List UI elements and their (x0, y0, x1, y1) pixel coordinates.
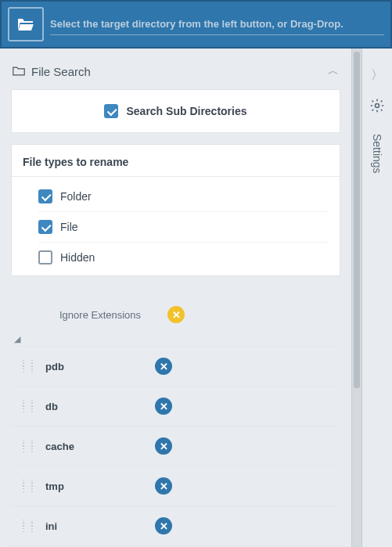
file-type-row: Folder (38, 182, 329, 212)
top-bar: Select the target directory from the lef… (0, 0, 392, 49)
file-types-card: File types to rename Folder File Hidden (11, 144, 340, 276)
drag-handle-icon[interactable]: ⋮⋮⋮⋮⋮⋮ (11, 362, 45, 371)
left-pane: File Search ︿ Search Sub Directories Fil… (0, 49, 351, 547)
extension-row: ⋮⋮⋮⋮⋮⋮db✕ (11, 386, 340, 426)
file-type-row: Hidden (38, 243, 329, 272)
remove-extension-button[interactable]: ✕ (155, 477, 172, 495)
file-type-label: Folder (60, 190, 92, 203)
search-sub-card: Search Sub Directories (11, 89, 340, 133)
file-checkbox[interactable] (38, 220, 52, 234)
extension-row: ⋮⋮⋮⋮⋮⋮pdb✕ (11, 346, 340, 386)
choose-directory-button[interactable] (8, 7, 44, 41)
extension-row: ⋮⋮⋮⋮⋮⋮tmp✕ (11, 466, 340, 506)
file-type-label: File (60, 221, 78, 233)
extension-name: cache (45, 441, 155, 452)
remove-extension-button[interactable]: ✕ (155, 398, 172, 415)
ignore-extensions-row: Ignore Extensions ✕ (11, 292, 340, 337)
search-sub-checkbox[interactable] (104, 104, 118, 118)
file-type-label: Hidden (60, 251, 95, 264)
settings-label[interactable]: Settings (371, 134, 383, 174)
section-title: File Search (31, 65, 91, 78)
gear-icon[interactable] (369, 98, 385, 117)
extension-name: db (45, 401, 155, 412)
clear-extensions-button[interactable]: ✕ (167, 306, 185, 323)
search-sub-label: Search Sub Directories (126, 105, 246, 117)
scrollbar[interactable] (351, 49, 362, 547)
main-area: File Search ︿ Search Sub Directories Fil… (0, 49, 392, 547)
hidden-checkbox[interactable] (38, 250, 52, 265)
extensions-list: ⋮⋮⋮⋮⋮⋮pdb✕⋮⋮⋮⋮⋮⋮db✕⋮⋮⋮⋮⋮⋮cache✕⋮⋮⋮⋮⋮⋮tmp… (11, 346, 340, 547)
sort-indicator-icon: ◢ (11, 334, 340, 344)
extension-name: pdb (45, 361, 155, 372)
extension-row: ⋮⋮⋮⋮⋮⋮ini✕ (11, 506, 340, 545)
remove-extension-button[interactable]: ✕ (155, 358, 172, 375)
folder-open-icon (16, 16, 35, 32)
folder-icon (13, 66, 25, 77)
drag-handle-icon[interactable]: ⋮⋮⋮⋮⋮⋮ (11, 481, 45, 491)
remove-extension-button[interactable]: ✕ (155, 517, 172, 534)
ignore-extensions-label: Ignore Extensions (59, 309, 141, 321)
file-types-title: File types to rename (12, 145, 340, 177)
file-types-body: Folder File Hidden (12, 177, 340, 275)
extension-row: ⋮⋮⋮⋮⋮⋮cache✕ (11, 426, 340, 466)
folder-checkbox[interactable] (38, 189, 52, 203)
scrollbar-thumb[interactable] (354, 52, 360, 388)
drag-handle-icon[interactable]: ⋮⋮⋮⋮⋮⋮ (11, 441, 45, 451)
chevron-right-icon[interactable]: 〉 (371, 67, 383, 84)
drag-handle-icon[interactable]: ⋮⋮⋮⋮⋮⋮ (11, 401, 45, 411)
drag-handle-icon[interactable]: ⋮⋮⋮⋮⋮⋮ (11, 521, 45, 531)
extension-name: tmp (45, 480, 155, 492)
right-rail: 〉 Settings (362, 49, 392, 547)
extension-name: ini (45, 520, 155, 532)
directory-path-input[interactable]: Select the target directory from the lef… (50, 13, 384, 35)
file-type-row: File (38, 212, 329, 243)
svg-point-0 (376, 104, 379, 108)
remove-extension-button[interactable]: ✕ (155, 437, 172, 455)
chevron-up-icon[interactable]: ︿ (328, 64, 339, 78)
file-search-header[interactable]: File Search ︿ (11, 56, 340, 89)
